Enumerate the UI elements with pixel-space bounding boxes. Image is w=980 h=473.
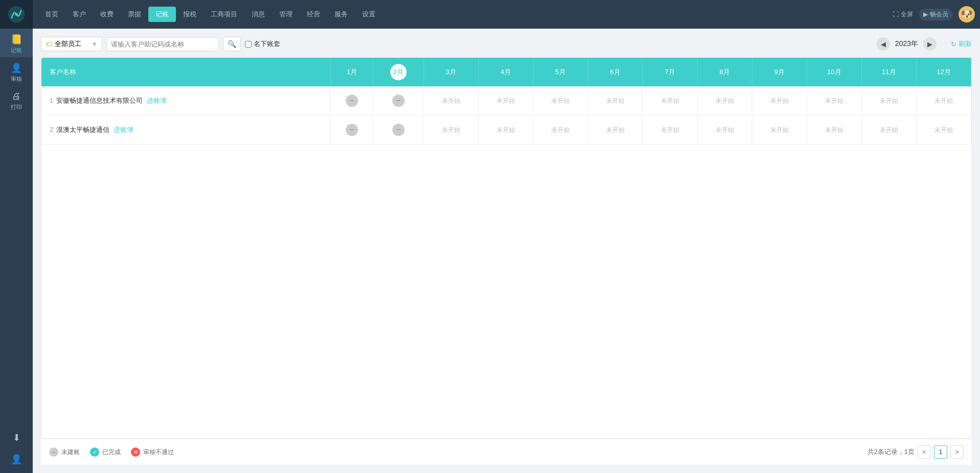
status-not-started-0-7: 未开始 [716,97,734,104]
topnav-right: ⛶ 全屏 ▶ 畅会员 🐶 [893,6,975,22]
col-month-1: 1月 [330,58,373,86]
jiz-icon: 📒 [11,34,22,45]
refresh-icon: ↻ [951,40,956,48]
nav-tax[interactable]: 报税 [176,7,204,22]
col-month-12: 12月 [916,58,971,86]
legend-red-circle: ✕ [131,447,140,457]
cell-status-1-2: 未开始 [424,116,478,145]
cell-status-1-6: 未开始 [642,116,697,145]
status-not-started-0-11: 未开始 [934,97,953,104]
search-input[interactable] [106,37,219,51]
cell-status-0-11: 未开始 [916,86,971,116]
nav-invoice[interactable]: 票据 [121,7,148,22]
nav-biz[interactable]: 工商项目 [204,7,244,22]
table-row: 2漠澳太平畅捷通信进账簿−−未开始未开始未开始未开始未开始未开始未开始未开始未开… [41,116,971,145]
cell-status-1-11: 未开始 [916,116,971,145]
fullscreen-button[interactable]: ⛶ 全屏 [893,10,913,19]
my-accounts-checkbox[interactable] [245,41,252,48]
legend-rejected: ✕ 审核不通过 [131,447,174,457]
fullscreen-icon: ⛶ [893,11,899,18]
status-done-1-1: − [392,124,405,136]
table-body: 1安徽畅捷通信息技术有限公司进账簿−−未开始未开始未开始未开始未开始未开始未开始… [41,86,971,145]
vip-button[interactable]: ▶ 畅会员 [919,9,952,20]
my-accounts-checkbox-label[interactable]: 名下账套 [245,39,280,49]
user-avatar[interactable]: 🐶 [959,6,975,22]
legend-not-built: − 未建账 [49,447,80,457]
col-month-9: 9月 [752,58,807,86]
sidebar-item-print[interactable]: 🖨 打印 [0,86,33,114]
year-display: 2023年 [895,39,918,49]
next-page-button[interactable]: > [950,445,964,459]
employee-label: 全部员工 [55,39,81,49]
sidebar-item-user2[interactable]: 👤 [0,448,33,468]
enter-link-0[interactable]: 进账簿 [147,97,167,104]
company-name-0: 安徽畅捷通信息技术有限公司 [56,97,143,104]
company-name-1: 漠澳太平畅捷通信 [56,126,109,133]
status-done-0-0: − [346,95,358,107]
col-month-6: 6月 [588,58,642,86]
nav-home[interactable]: 首页 [38,7,65,22]
sidebar-item-shen[interactable]: 👤 审核 [0,57,33,86]
col-month-4: 4月 [478,58,533,86]
cell-status-0-1: − [373,86,424,116]
nav-account[interactable]: 记账 [148,7,176,22]
enter-link-1[interactable]: 进账簿 [114,126,133,133]
nav-ops[interactable]: 经营 [300,7,327,22]
download-icon: ⬇ [13,432,20,443]
col-client-name: 客户名称 [41,58,330,86]
filter-bar: 🏷 全部员工 ▼ 🔍 名下账套 ◀ 2023年 ▶ ↻ 刷新 [41,37,972,51]
status-not-started-1-3: 未开始 [497,126,515,133]
svg-point-1 [15,13,17,15]
cell-status-0-5: 未开始 [588,86,642,116]
status-not-started-1-8: 未开始 [770,126,789,133]
status-not-started-1-2: 未开始 [442,126,460,133]
current-page[interactable]: 1 [934,445,947,459]
my-accounts-label: 名下账套 [254,39,280,49]
search-button[interactable]: 🔍 [223,37,241,51]
legend-not-built-label: 未建账 [61,448,80,457]
cell-status-0-3: 未开始 [478,86,533,116]
legend-minus-icon: − [52,448,56,456]
cell-status-1-8: 未开始 [752,116,807,145]
nav-mgmt[interactable]: 管理 [272,7,300,22]
sidebar-item-shen-label: 审核 [11,75,22,83]
status-not-started-0-10: 未开始 [880,97,898,104]
year-nav: ◀ 2023年 ▶ [877,37,937,51]
legend-teal-circle: ✓ [90,447,99,457]
sidebar-item-download[interactable]: ⬇ [0,427,33,446]
legend-gray-circle: − [49,447,58,457]
employee-select[interactable]: 🏷 全部员工 ▼ [41,37,102,51]
prev-year-button[interactable]: ◀ [877,37,890,51]
col-month-3: 3月 [424,58,478,86]
prev-page-button[interactable]: < [918,445,931,459]
status-not-started-0-9: 未开始 [825,97,843,104]
nav-customer[interactable]: 客户 [65,7,93,22]
cell-status-0-7: 未开始 [697,86,752,116]
status-not-started-0-4: 未开始 [551,97,570,104]
table-row: 1安徽畅捷通信息技术有限公司进账簿−−未开始未开始未开始未开始未开始未开始未开始… [41,86,971,116]
cell-status-0-10: 未开始 [861,86,916,116]
legend-done-label: 已完成 [102,448,121,457]
col-month-11: 11月 [861,58,916,86]
status-not-started-1-4: 未开始 [551,126,570,133]
nav-settings[interactable]: 设置 [355,7,383,22]
sidebar-item-jiz[interactable]: 📒 记账 [0,29,33,57]
row-num-1: 2 [50,126,53,133]
vip-icon: ▶ [923,11,928,18]
nav-service[interactable]: 服务 [327,7,355,22]
col-month-7: 7月 [642,58,697,86]
print-icon: 🖨 [12,91,21,102]
cell-status-1-4: 未开始 [533,116,588,145]
status-not-started-1-11: 未开始 [934,126,953,133]
refresh-button[interactable]: ↻ 刷新 [951,39,972,49]
cell-status-0-0: − [330,86,373,116]
legend-x-icon: ✕ [133,449,138,456]
sidebar-bottom: ⬇ 👤 [0,427,33,473]
nav-msg[interactable]: 消息 [244,7,272,22]
nav-fee[interactable]: 收费 [93,7,121,22]
cell-status-0-6: 未开始 [642,86,697,116]
next-year-button[interactable]: ▶ [923,37,937,51]
topnav: 首页 客户 收费 票据 记账 报税 工商项目 消息 管理 经营 服务 设置 ⛶ … [33,0,980,29]
cell-client-name-1: 2漠澳太平畅捷通信进账簿 [41,116,330,145]
status-not-started-1-10: 未开始 [880,126,898,133]
